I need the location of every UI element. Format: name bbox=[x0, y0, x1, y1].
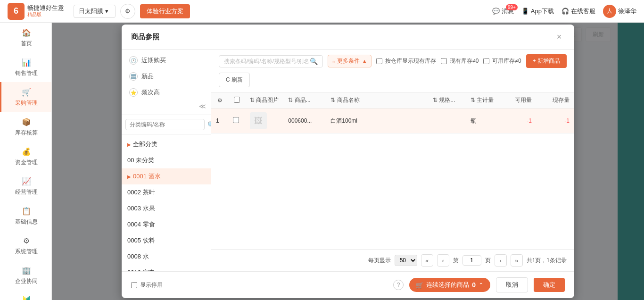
confirm-btn[interactable]: 确定 bbox=[534, 278, 565, 292]
collapse-arrow-icon[interactable]: ⌃ bbox=[479, 282, 484, 289]
user-menu[interactable]: 人 徐泽华 bbox=[603, 5, 636, 18]
category-item-0001[interactable]: ▶0001 酒水 bbox=[122, 168, 211, 184]
logo-text: 畅捷通好生意 bbox=[27, 4, 64, 12]
tab-label-new: 新品 bbox=[141, 72, 154, 81]
sidebar-item-sales[interactable]: 📊销售管理 bbox=[0, 52, 51, 82]
show-disabled-label[interactable]: 显示停用 bbox=[131, 281, 163, 289]
sidebar-item-basic[interactable]: 📋基础信息 bbox=[0, 201, 51, 231]
category-item-00[interactable]: 00 未分类 bbox=[122, 152, 211, 168]
sidebar-item-home[interactable]: 🏠首页 bbox=[0, 23, 51, 52]
category-search-input[interactable] bbox=[125, 119, 205, 130]
pagination-bar: 每页显示 50 « ‹ 第 页 › » 共1页，1条记录 bbox=[211, 249, 574, 271]
cart-count: 0 bbox=[472, 281, 476, 289]
category-item-0008[interactable]: 0008 水 bbox=[122, 249, 211, 265]
sidebar-item-operation[interactable]: 📈经营管理 bbox=[0, 171, 51, 201]
select-all-checkbox[interactable] bbox=[234, 97, 240, 103]
notification-btn[interactable]: 💬 消息 99+ bbox=[492, 7, 514, 16]
th-img-sort-icon[interactable]: ⇅ bbox=[250, 97, 255, 103]
available-label: 可用库存≠0 bbox=[492, 57, 521, 65]
show-disabled-checkbox[interactable] bbox=[131, 282, 137, 288]
sidebar-icon-finance: 💰 bbox=[21, 146, 32, 157]
category-search-icon[interactable]: 🔍 bbox=[207, 121, 211, 128]
cart-btn[interactable]: 🛒 连续选择的商品 0 ⌃ bbox=[409, 278, 490, 292]
sidebar-icon-home: 🏠 bbox=[21, 27, 32, 38]
header-row: ⚙ ⇅ 商品图片 bbox=[211, 92, 574, 108]
sidebar-item-guide[interactable]: 🔰新手引导 bbox=[0, 290, 51, 300]
category-collapse-btn[interactable]: ≪ bbox=[198, 101, 207, 111]
app-download-btn[interactable]: 📱 App下载 bbox=[521, 7, 554, 16]
product-search-input[interactable] bbox=[224, 58, 310, 65]
tab-icon-recent: 🕐 bbox=[129, 56, 138, 65]
warehouse-label: 按仓库显示现有库存 bbox=[385, 57, 436, 65]
modal-overlay: 商品参照 × 🕐近期购买🆕新品⭐频次高≪ 🔍 bbox=[52, 23, 644, 300]
stock-checkbox[interactable] bbox=[441, 58, 447, 64]
next-page-btn[interactable]: › bbox=[495, 254, 507, 267]
navbar-right: 💬 消息 99+ 📱 App下载 🎧 在线客服 人 徐泽华 bbox=[492, 5, 636, 18]
sidebar-label-system: 系统管理 bbox=[15, 248, 38, 256]
cell-checkbox[interactable] bbox=[228, 108, 245, 133]
app-download-label: App下载 bbox=[531, 7, 554, 16]
sidebar: 🏠首页📊销售管理🛒采购管理📦库存核算💰资金管理📈经营管理📋基础信息⚙系统管理🏢企… bbox=[0, 23, 52, 300]
online-service-btn[interactable]: 🎧 在线客服 bbox=[561, 7, 595, 16]
checkbox-stock[interactable]: 现有库存≠0 bbox=[441, 57, 479, 65]
cell-spec bbox=[428, 108, 466, 133]
warehouse-checkbox[interactable] bbox=[376, 58, 382, 64]
category-tab-new[interactable]: 🆕新品 bbox=[125, 69, 207, 83]
tab-icon-frequent: ⭐ bbox=[129, 88, 138, 97]
add-product-btn[interactable]: + 新增商品 bbox=[526, 54, 567, 68]
product-reference-modal: 商品参照 × 🕐近期购买🆕新品⭐频次高≪ 🔍 bbox=[122, 25, 574, 298]
last-page-btn[interactable]: » bbox=[511, 254, 523, 267]
checkbox-warehouse[interactable]: 按仓库显示现有库存 bbox=[376, 57, 436, 65]
sidebar-label-finance: 资金管理 bbox=[15, 158, 38, 167]
category-tab-frequent[interactable]: ⭐频次高 bbox=[125, 85, 207, 100]
category-item-0010[interactable]: 0010 家电 bbox=[122, 265, 211, 271]
store-selector[interactable]: 日太阳膜 ▾ bbox=[74, 5, 116, 18]
sidebar-item-inventory[interactable]: 📦库存核算 bbox=[0, 112, 51, 142]
app-logo: 6 畅捷通好生意 精品版 bbox=[8, 3, 64, 20]
category-item-all[interactable]: ▶全部分类 bbox=[122, 136, 211, 152]
category-item-0005[interactable]: 0005 饮料 bbox=[122, 233, 211, 249]
th-name-sort-icon[interactable]: ⇅ bbox=[330, 97, 335, 103]
total-info: 共1页，1条记录 bbox=[527, 257, 567, 265]
th-spec-sort-icon[interactable]: ⇅ bbox=[433, 97, 438, 103]
th-code: ⇅ 商品... bbox=[283, 92, 326, 108]
checkbox-available[interactable]: 可用库存≠0 bbox=[483, 57, 521, 65]
cell-name: 白酒100ml bbox=[326, 108, 428, 133]
table-row[interactable]: 1 🖼 000600... 白酒100ml 瓶 -1 -1 bbox=[211, 108, 574, 133]
modal-body: 🕐近期购买🆕新品⭐频次高≪ 🔍 ▶全部分类00 未分类▶0001 酒水0002 … bbox=[122, 50, 574, 271]
avatar: 人 bbox=[603, 5, 616, 18]
category-active-arrow: ▶ bbox=[127, 174, 131, 179]
help-icon[interactable]: ? bbox=[393, 280, 404, 290]
sidebar-item-enterprise[interactable]: 🏢企业协同 bbox=[0, 260, 51, 290]
cancel-btn[interactable]: 取消 bbox=[496, 277, 528, 292]
prev-page-btn[interactable]: ‹ bbox=[437, 254, 449, 267]
available-checkbox[interactable] bbox=[483, 58, 489, 64]
first-page-btn[interactable]: « bbox=[421, 254, 433, 267]
search-icon[interactable]: 🔍 bbox=[310, 58, 318, 65]
category-item-label: 00 未分类 bbox=[127, 156, 154, 165]
cell-code: 000600... bbox=[283, 108, 326, 133]
cart-icon: 🛒 bbox=[416, 282, 423, 289]
trial-btn[interactable]: 体验行业方案 bbox=[140, 4, 190, 18]
sidebar-item-finance[interactable]: 💰资金管理 bbox=[0, 142, 51, 171]
sidebar-label-operation: 经营管理 bbox=[15, 188, 38, 196]
settings-gear-btn[interactable]: ⚙ bbox=[120, 4, 135, 19]
row-checkbox[interactable] bbox=[233, 117, 239, 123]
category-item-0004[interactable]: 0004 零食 bbox=[122, 217, 211, 233]
modal-close-btn[interactable]: × bbox=[553, 31, 565, 42]
modal-title: 商品参照 bbox=[131, 33, 159, 42]
sidebar-item-purchase[interactable]: 🛒采购管理 bbox=[0, 82, 51, 112]
filter-btn[interactable]: ⬦ 更多条件 ▲ bbox=[328, 55, 372, 67]
sidebar-item-system[interactable]: ⚙系统管理 bbox=[0, 231, 51, 260]
category-tab-recent[interactable]: 🕐近期购买 bbox=[125, 53, 207, 67]
th-stock: 现存量 bbox=[537, 92, 574, 108]
product-search-box: 🔍 bbox=[219, 55, 323, 67]
category-item-0003[interactable]: 0003 水果 bbox=[122, 200, 211, 217]
category-item-0002[interactable]: 0002 茶叶 bbox=[122, 184, 211, 200]
refresh-btn[interactable]: C 刷新 bbox=[219, 73, 250, 87]
page-number-input[interactable] bbox=[462, 255, 481, 266]
th-settings[interactable]: ⚙ bbox=[211, 92, 228, 108]
th-unit-sort-icon[interactable]: ⇅ bbox=[471, 97, 475, 103]
th-code-sort-icon[interactable]: ⇅ bbox=[288, 97, 293, 103]
per-page-select[interactable]: 50 bbox=[395, 255, 417, 266]
